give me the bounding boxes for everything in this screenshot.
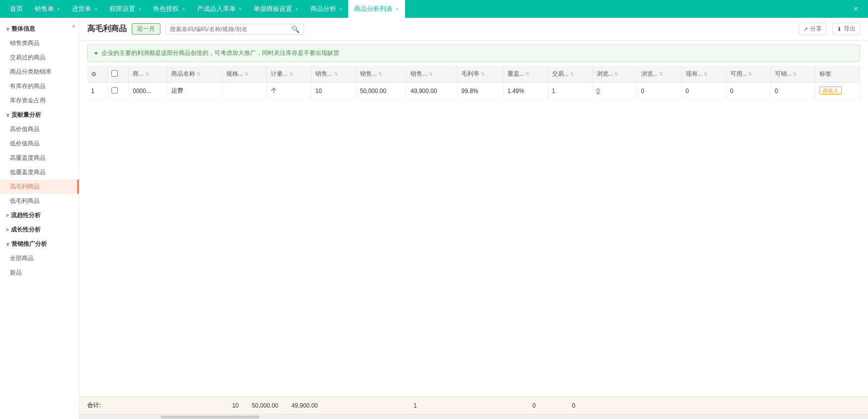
gross-margin-cell: 99.8% [457, 83, 503, 99]
view2-cell: 0 [637, 83, 681, 99]
search-icon[interactable]: 🔍 [291, 25, 300, 33]
current-stock-cell: 0 [681, 83, 726, 99]
main-layout: « ∨整体信息销售类商品交易过的商品商品分类助销率有库存的商品库存资金占用∨贡献… [0, 18, 868, 419]
coverage-cell: 1.49% [503, 83, 548, 99]
sort-icon-current_stock: ⇅ [703, 71, 708, 77]
sidebar-group-成长性分析[interactable]: >成长性分析 [0, 223, 79, 237]
available-stock-cell: 0 [726, 83, 770, 99]
nav-close-icon[interactable]: × [239, 6, 242, 12]
table-header-view1[interactable]: 浏览... ⇅ [592, 66, 637, 83]
nav-close-icon[interactable]: × [339, 6, 342, 12]
horizontal-scrollbar[interactable] [79, 414, 868, 419]
sidebar-group-营销推广分析[interactable]: ∨营销推广分析 [0, 237, 79, 251]
nav-item-商品分析[interactable]: 商品分析× [305, 0, 348, 18]
sidebar-group-整体信息[interactable]: ∨整体信息 [0, 22, 79, 36]
product-unit-cell: 个 [266, 83, 311, 99]
sidebar-item-销售类商品[interactable]: 销售类商品 [0, 36, 79, 50]
sidebar-item-商品分类助销率[interactable]: 商品分类助销率 [0, 65, 79, 79]
header-actions: ↗ 分享 ⬇ 导出 [799, 23, 860, 35]
search-input[interactable] [170, 26, 291, 33]
sidebar-item-库存资金占用[interactable]: 库存资金占用 [0, 93, 79, 108]
footer-total-row: 合计: 10 50,000.00 49,900.00 1 0 0 [79, 396, 868, 414]
sidebar-item-全部商品[interactable]: 全部商品 [0, 251, 79, 266]
footer-sales-amount: 50,000.00 [243, 402, 282, 409]
export-button[interactable]: ⬇ 导出 [832, 23, 860, 35]
sidebar-collapse-button[interactable]: « [72, 22, 76, 30]
scrollbar-thumb[interactable] [160, 416, 259, 419]
sidebar-item-交易过的商品[interactable]: 交易过的商品 [0, 50, 79, 65]
nav-close-icon[interactable]: × [57, 6, 60, 12]
nav-item-销售单[interactable]: 销售单× [29, 0, 66, 18]
select-all-checkbox[interactable] [111, 70, 118, 77]
share-button[interactable]: ↗ 分享 [799, 23, 826, 35]
sidebar: « ∨整体信息销售类商品交易过的商品商品分类助销率有库存的商品库存资金占用∨贡献… [0, 18, 79, 419]
nav-item-产成品入库单[interactable]: 产成品入库单× [191, 0, 248, 18]
sidebar-item-有库存的商品[interactable]: 有库存的商品 [0, 79, 79, 93]
nav-item-单据模板设置[interactable]: 单据模板设置× [248, 0, 304, 18]
nav-close-icon[interactable]: × [295, 6, 298, 12]
table-header-current_stock[interactable]: 现有... ⇅ [681, 66, 726, 83]
table-header-transaction[interactable]: 交易... ⇅ [548, 66, 592, 83]
table-header-gross_margin[interactable]: 毛利率 ⇅ [457, 66, 503, 83]
sort-icon-coverage: ⇅ [524, 71, 530, 77]
page-title: 高毛利商品 [87, 24, 127, 34]
table-header-sales_profit[interactable]: 销售... ⇅ [407, 66, 458, 83]
sidebar-item-低价值商品[interactable]: 低价值商品 [0, 137, 79, 151]
nav-close-icon[interactable]: × [138, 6, 141, 12]
footer-label: 合计: [87, 401, 101, 410]
export-icon: ⬇ [837, 26, 842, 33]
nav-item-商品分析列表[interactable]: 商品分析列表× [348, 0, 405, 18]
sidebar-item-高价值商品[interactable]: 高价值商品 [0, 122, 79, 137]
table-header-sales_amount[interactable]: 销售... ⇅ [356, 66, 407, 83]
sidebar-item-高覆盖度商品[interactable]: 高覆盖度商品 [0, 151, 79, 165]
table-header-unit[interactable]: 计量... ⇅ [266, 66, 311, 83]
nav-close-icon[interactable]: × [182, 6, 185, 12]
sidebar-item-新品[interactable]: 新品 [0, 266, 79, 280]
sidebar-group-label: 营销推广分析 [11, 240, 47, 248]
filter-recent-month-button[interactable]: 近一月 [132, 23, 160, 35]
sidebar-group-贡献量分析[interactable]: ∨贡献量分析 [0, 108, 79, 122]
sidebar-item-高毛利商品[interactable]: 高毛利商品 [0, 180, 79, 194]
sidebar-group-label: 流趋性分析 [11, 211, 41, 220]
table-header-spec[interactable]: 规格... ⇅ [222, 66, 266, 83]
view1-link[interactable]: 0 [597, 88, 600, 94]
window-close-button[interactable]: × [848, 4, 864, 13]
sidebar-group-arrow-icon: > [6, 213, 9, 218]
product-spec-cell [222, 83, 266, 99]
sidebar-item-低覆盖度商品[interactable]: 低覆盖度商品 [0, 165, 79, 180]
table-header-name[interactable]: 商品名称 ⇅ [167, 66, 222, 83]
table-header-view2[interactable]: 浏览... ⇅ [637, 66, 681, 83]
table-header-code[interactable]: 商... ⇅ [129, 66, 167, 83]
table-header-checkbox [107, 66, 129, 83]
row-number-cell: 1 [87, 83, 107, 99]
share-icon: ↗ [803, 26, 808, 33]
table-header-coverage[interactable]: 覆盖... ⇅ [503, 66, 548, 83]
sidebar-group-流趋性分析[interactable]: >流趋性分析 [0, 208, 79, 223]
sidebar-group-arrow-icon: ∨ [6, 241, 9, 247]
sort-icon-unit: ⇅ [288, 71, 293, 77]
footer-current-stock: 0 [500, 402, 540, 409]
table-header-saleable[interactable]: 可销... ⇅ [770, 66, 815, 83]
sort-icon-gross_margin: ⇅ [479, 71, 485, 77]
product-tag-cell: 高收入 [815, 83, 860, 99]
table-header-available_stock[interactable]: 可用... ⇅ [726, 66, 770, 83]
saleable-cell: 0 [770, 83, 815, 99]
content-area: 高毛利商品 近一月 🔍 ↗ 分享 ⬇ 导出 ✦ 企业的主要的利润都是这部分商品创… [79, 18, 868, 419]
nav-close-icon[interactable]: × [94, 6, 97, 12]
view1-cell: 0 [592, 83, 637, 99]
transaction-cell: 1 [548, 83, 592, 99]
info-message: 企业的主要的利润都是这部分商品创造的，可考虑加大推广，同时关注库存是不要出现缺货 [102, 49, 339, 57]
product-code-cell: 0000... [129, 83, 167, 99]
row-checkbox[interactable] [111, 87, 118, 93]
sidebar-group-label: 贡献量分析 [11, 111, 41, 119]
nav-item-首页[interactable]: 首页 [4, 0, 29, 18]
nav-close-icon[interactable]: × [396, 6, 399, 12]
sidebar-group-arrow-icon: > [6, 227, 9, 233]
nav-item-进货单[interactable]: 进货单× [66, 0, 103, 18]
nav-item-角色授权[interactable]: 角色授权× [147, 0, 191, 18]
tag-badge: 高收入 [819, 87, 842, 94]
sort-icon-name: ⇅ [195, 71, 201, 77]
table-header-sales_qty[interactable]: 销售... ⇅ [311, 66, 356, 83]
nav-item-权限设置[interactable]: 权限设置× [103, 0, 147, 18]
sidebar-item-低毛利商品[interactable]: 低毛利商品 [0, 194, 79, 208]
